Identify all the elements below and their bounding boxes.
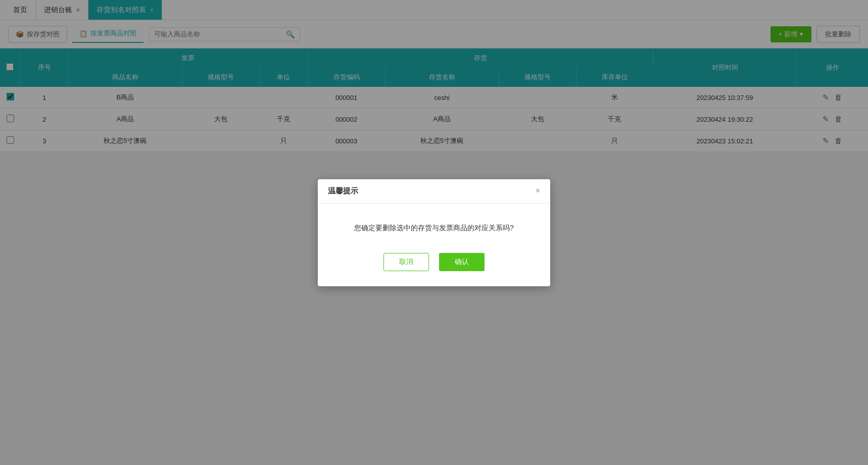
overlay: 温馨提示 × 您确定要删除选中的存货与发票商品的对应关系吗? 取消 确认: [0, 0, 868, 152]
